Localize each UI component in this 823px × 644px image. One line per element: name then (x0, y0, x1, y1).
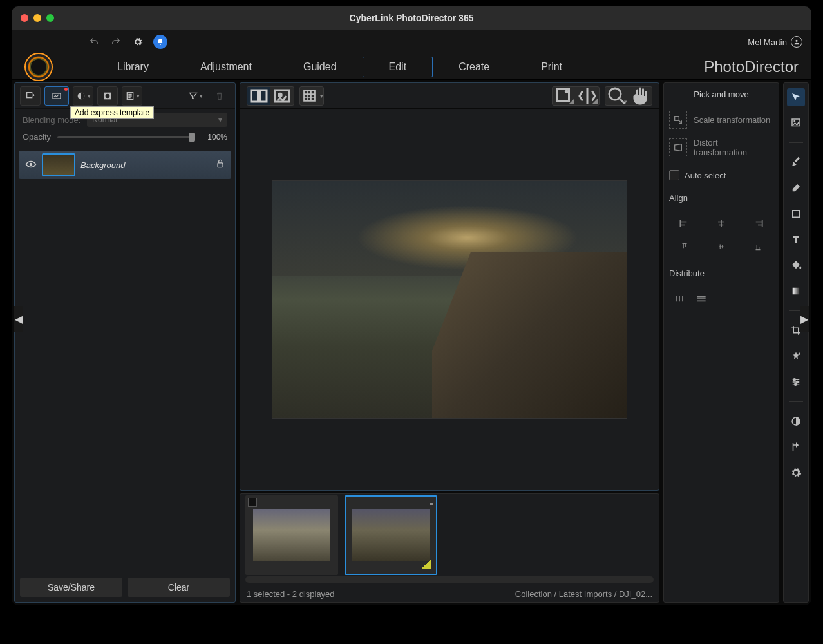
svg-point-0 (795, 40, 797, 42)
pan-hand-icon[interactable] (629, 87, 652, 105)
effects-tool-icon[interactable] (787, 347, 805, 365)
svg-rect-18 (793, 211, 800, 218)
app-logo-icon[interactable] (24, 53, 53, 81)
svg-point-22 (795, 383, 797, 385)
opacity-slider[interactable] (57, 136, 195, 138)
distort-transform-button[interactable]: Distort transformation (669, 138, 773, 157)
tab-adjustment[interactable]: Adjustment (175, 57, 278, 77)
marker-icon (422, 560, 431, 569)
layers-badge-icon: ≡ (430, 499, 433, 507)
express-template-button[interactable] (44, 86, 69, 106)
align-left-icon[interactable] (669, 214, 701, 232)
distribute-label: Distribute (669, 269, 773, 278)
svg-rect-19 (793, 288, 800, 295)
minimize-icon[interactable] (33, 14, 41, 22)
notifications-icon[interactable] (153, 35, 167, 49)
svg-rect-9 (251, 90, 258, 102)
settings-tool-icon[interactable] (787, 464, 805, 482)
user-icon[interactable] (791, 36, 802, 48)
svg-point-14 (609, 88, 621, 100)
tab-library[interactable]: Library (91, 57, 175, 77)
distribute-v-icon[interactable] (695, 290, 708, 308)
layer-thumbnail[interactable] (42, 153, 75, 176)
user-name: Mel Martin (748, 37, 787, 47)
svg-rect-1 (27, 92, 32, 97)
collapse-right-icon[interactable]: ▶ (800, 306, 809, 332)
text-tool-icon[interactable] (787, 231, 805, 249)
visibility-icon[interactable] (25, 159, 37, 171)
filter-icon[interactable]: ▾ (185, 86, 205, 106)
save-share-button[interactable]: Save/Share (20, 578, 122, 597)
distribute-h-icon[interactable] (673, 290, 686, 308)
opacity-label: Opacity (23, 132, 51, 142)
canvas-image[interactable] (272, 180, 627, 419)
menubar: Mel Martin (12, 30, 811, 54)
undo-icon[interactable] (88, 35, 100, 48)
sliders-tool-icon[interactable] (787, 373, 805, 391)
zoom-icon[interactable]: ▾ (605, 87, 629, 105)
align-center-h-icon[interactable] (706, 214, 737, 232)
canvas-panel: ▾ ▾ (240, 82, 659, 491)
move-tool-icon[interactable] (787, 88, 805, 106)
align-bottom-icon[interactable] (742, 238, 773, 256)
scale-icon (669, 111, 687, 129)
svg-rect-10 (260, 90, 267, 102)
filmstrip-scrollbar[interactable] (245, 576, 654, 583)
layers-panel: ▾ ▾ ▾ Add express template Blending mode… (14, 82, 236, 603)
align-right-icon[interactable] (742, 214, 773, 232)
titlebar: CyberLink PhotoDirector 365 (12, 6, 811, 30)
selection-status: 1 selected - 2 displayed (247, 589, 335, 599)
pen-tool-icon[interactable] (787, 153, 805, 171)
blur-tool-icon[interactable] (787, 412, 805, 430)
gradient-tool-icon[interactable] (787, 282, 805, 300)
align-center-v-icon[interactable] (706, 238, 737, 256)
shape-tool-icon[interactable] (787, 205, 805, 223)
tabbar: Library Adjustment Guided Edit Create Pr… (12, 54, 811, 80)
filmstrip-panel: ≡ 1 selected - 2 displayed Collection / … (240, 493, 659, 603)
filmstrip-thumb[interactable]: ≡ (345, 495, 437, 575)
close-icon[interactable] (21, 14, 28, 22)
tab-guided[interactable]: Guided (278, 57, 363, 77)
mask-icon[interactable] (97, 86, 118, 106)
brand-label: PhotoDirector (704, 58, 799, 76)
image-tool-icon[interactable] (787, 114, 805, 132)
layer-row[interactable]: Background (19, 151, 231, 179)
fill-tool-icon[interactable] (787, 256, 805, 274)
adjustment-layer-icon[interactable]: ▾ (73, 86, 93, 106)
filmstrip-thumb[interactable] (245, 495, 338, 575)
svg-rect-2 (53, 93, 61, 99)
distort-icon (669, 138, 687, 156)
gear-icon[interactable] (131, 35, 144, 48)
clear-button[interactable]: Clear (128, 578, 230, 597)
window-title: CyberLink PhotoDirector 365 (12, 13, 811, 23)
export-icon[interactable] (553, 87, 576, 105)
tab-edit[interactable]: Edit (363, 57, 433, 77)
view-mode-single-icon[interactable] (270, 87, 294, 105)
tab-create[interactable]: Create (433, 57, 515, 77)
maximize-icon[interactable] (46, 14, 54, 22)
view-mode-fit-icon[interactable] (247, 87, 270, 105)
svg-rect-8 (218, 163, 223, 167)
opacity-value: 100% (202, 133, 227, 142)
collapse-left-icon[interactable]: ◀ (14, 306, 23, 332)
scale-transform-button[interactable]: Scale transformation (669, 111, 773, 129)
tab-print[interactable]: Print (515, 57, 588, 77)
eraser-tool-icon[interactable] (787, 179, 805, 197)
lock-icon[interactable] (216, 158, 225, 171)
tool-rail (783, 82, 809, 603)
properties-panel: Pick and move Scale transformation Disto… (663, 82, 779, 603)
app-window: CyberLink PhotoDirector 365 Mel Martin L… (12, 6, 811, 605)
auto-select-checkbox[interactable]: Auto select (669, 170, 773, 180)
layer-menu-icon[interactable]: ▾ (122, 86, 142, 106)
align-label: Align (669, 193, 773, 203)
delete-layer-icon[interactable] (209, 86, 230, 106)
flip-icon[interactable] (576, 87, 599, 105)
svg-point-21 (797, 381, 799, 383)
svg-point-20 (793, 379, 795, 381)
add-layer-icon[interactable] (20, 86, 41, 106)
selection-tool-icon[interactable] (787, 438, 805, 456)
redo-icon[interactable] (109, 35, 122, 48)
align-top-icon[interactable] (669, 238, 701, 256)
svg-point-17 (794, 120, 795, 122)
grid-icon[interactable]: ▾ (300, 87, 323, 105)
